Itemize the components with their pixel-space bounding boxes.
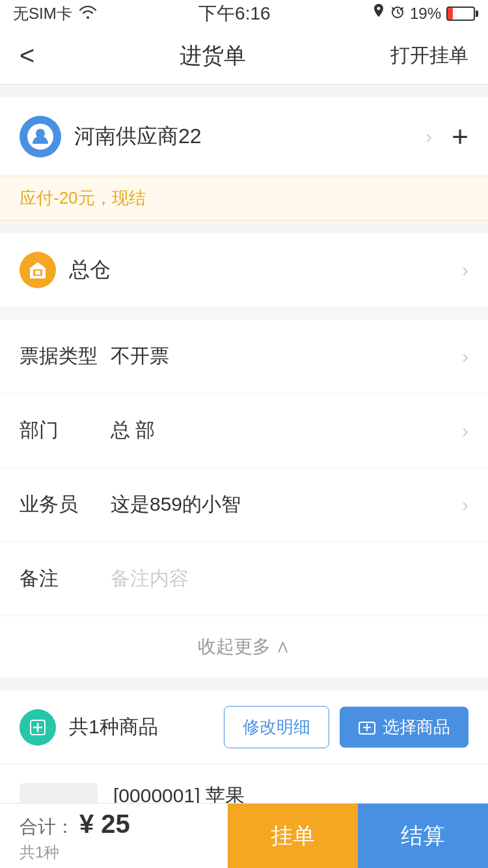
department-row[interactable]: 部门 总 部 › [0,394,488,468]
invoice-type-row[interactable]: 票据类型 不开票 › [0,319,488,394]
invoice-type-label: 票据类型 [20,343,98,370]
department-chevron-icon: › [462,420,468,442]
supplier-chevron-icon: › [426,126,432,148]
product-count-text: 共1种商品 [69,714,224,740]
location-icon [372,4,385,23]
bottom-bar: 合计： ¥ 25 共1种 挂单 结算 [0,803,488,868]
status-right: 19% [372,4,475,23]
supplier-section: 河南供应商22 › + 应付-20元，现结 [0,98,488,221]
supplier-name: 河南供应商22 [74,122,426,151]
battery-icon [446,7,475,21]
warehouse-section: 总仓 › [0,234,488,306]
status-bar: 无SIM卡 下午6:16 19% [0,0,488,27]
remarks-label: 备注 [20,565,98,592]
modify-detail-button[interactable]: 修改明细 [224,706,329,748]
warehouse-icon [20,252,56,288]
section-divider-2 [0,221,488,234]
products-header: 共1种商品 修改明细 选择商品 [0,690,488,765]
total-section: 合计： ¥ 25 共1种 [0,804,228,868]
battery-percent: 19% [410,5,441,23]
product-count-icon [20,709,56,746]
salesperson-row[interactable]: 业务员 这是859的小智 › [0,468,488,542]
hang-order-button[interactable]: 挂单 [228,804,358,868]
carrier-label: 无SIM卡 [13,3,72,24]
page-title: 进货单 [180,41,246,71]
status-left: 无SIM卡 [13,3,97,24]
select-product-icon [358,718,376,737]
total-amount: ¥ 25 [79,809,130,839]
salesperson-chevron-icon: › [462,494,468,516]
section-divider-3 [0,306,488,319]
select-product-label: 选择商品 [383,716,450,739]
department-value: 总 部 [98,417,455,444]
department-label: 部门 [20,417,98,444]
supplier-avatar [20,116,61,157]
add-supplier-button[interactable]: + [452,120,468,153]
select-product-button[interactable]: 选择商品 [340,707,468,748]
payment-warning: 应付-20元，现结 [0,176,488,221]
remarks-input[interactable]: 备注内容 [98,565,468,592]
nav-bar: < 进货单 打开挂单 [0,27,488,85]
supplier-row[interactable]: 河南供应商22 › + [0,98,488,176]
wifi-icon [79,5,97,23]
open-hang-button[interactable]: 打开挂单 [390,42,468,69]
warehouse-chevron-icon: › [462,259,468,281]
checkout-button[interactable]: 结算 [358,804,488,868]
salesperson-label: 业务员 [20,491,98,518]
total-label: 合计： [20,815,74,839]
invoice-type-value: 不开票 [98,343,455,370]
salesperson-value: 这是859的小智 [98,491,455,518]
form-section: 票据类型 不开票 › 部门 总 部 › 业务员 这是859的小智 › 备注 备注… [0,319,488,616]
warehouse-name: 总仓 [69,256,462,284]
invoice-type-chevron-icon: › [462,346,468,368]
remarks-row[interactable]: 备注 备注内容 [0,542,488,616]
back-button[interactable]: < [20,41,34,70]
alarm-icon [390,5,405,23]
total-count: 共1种 [20,842,208,863]
total-line: 合计： ¥ 25 [20,809,208,839]
status-time: 下午6:16 [198,1,271,26]
collapse-row[interactable]: 收起更多 ∧ [0,616,488,677]
warehouse-row[interactable]: 总仓 › [0,234,488,306]
section-divider-1 [0,85,488,98]
